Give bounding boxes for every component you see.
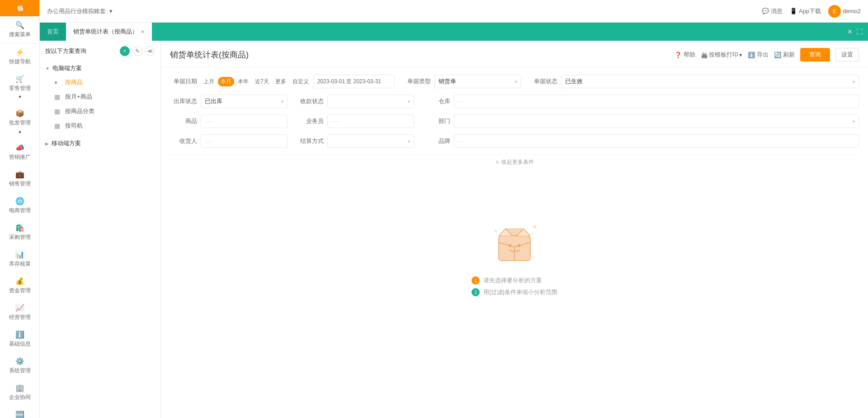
salesperson-label: 业务员: [297, 117, 324, 125]
filter-item-by-printer[interactable]: ▦ 按司机: [40, 119, 160, 133]
sidebar-item-search[interactable]: 🔍 搜索菜单: [0, 16, 39, 43]
doc-status-input[interactable]: 已生效 ▾: [561, 75, 859, 88]
filter-section-mobile: ▶ 移动端方案: [40, 135, 160, 152]
field-warehouse: 仓库 ···: [423, 95, 859, 108]
user-name: demo2: [843, 8, 861, 14]
warehouse-input[interactable]: ···: [454, 95, 859, 108]
tab-sales-stats[interactable]: 销货单统计表（按商品） ✕: [66, 23, 152, 41]
top-header: 办公用品行业模拟账套 ▾ 💬 消息 📱 App下载 E demo2: [40, 0, 868, 23]
sidebar-item-purchase[interactable]: 🛍️ 采购管理: [0, 219, 39, 246]
settlement-label: 结算方式: [297, 137, 324, 145]
sidebar-item-wholesale[interactable]: 📦 批发管理 ▴: [0, 104, 39, 139]
sidebar-item-retail[interactable]: 🛒 零售管理 ▾: [0, 70, 39, 104]
user-menu[interactable]: E demo2: [828, 5, 861, 18]
sidebar-item-ecommerce[interactable]: 🌐 电商管理: [0, 192, 39, 219]
finance-icon: 💰: [15, 277, 24, 285]
doc-status-value: 已生效: [565, 77, 583, 86]
sidebar-item-enterprise[interactable]: 🏢 企业协同: [0, 379, 39, 406]
help-button[interactable]: ❓ 帮助: [675, 51, 695, 59]
tab-home-label: 首页: [47, 28, 59, 36]
query-button[interactable]: 查询: [800, 48, 830, 62]
message-button[interactable]: 💬 消息: [762, 7, 783, 15]
svg-point-8: [533, 225, 537, 228]
sidebar-inventory-label: 库存核算: [9, 260, 31, 268]
filter-row-3: 商品 ··· 业务员 ··· 部门: [170, 114, 859, 128]
date-range-input[interactable]: 2023-03-01 至 2023-03-31: [313, 75, 395, 88]
refresh-button[interactable]: 🔄 刷新: [774, 51, 795, 59]
date-btn-this-year[interactable]: 本年: [235, 77, 251, 86]
content-wrapper: 按以下方案查询 + ✎ ≪ ▼ 电脑端方案 ● 按商品 ▦ 按月: [40, 41, 868, 418]
department-dropdown-icon: ▾: [853, 119, 855, 124]
filter-header-title: 按以下方案查询: [45, 47, 86, 55]
section-arrow-icon: ▼: [45, 66, 50, 71]
logo[interactable]: 畅: [0, 0, 39, 16]
add-scheme-button[interactable]: +: [120, 46, 130, 56]
sidebar-item-operations[interactable]: 📈 经营管理: [0, 299, 39, 326]
filter-item-printer-label: 按司机: [65, 122, 83, 130]
product-input[interactable]: ···: [201, 114, 288, 128]
print-button[interactable]: 🖨️ 按模板打印 ▾: [701, 51, 742, 59]
doc-type-dropdown-icon: ▾: [515, 79, 517, 84]
settings-button[interactable]: 设置: [835, 48, 859, 62]
page-title-bar: 销货单统计表(按商品) ❓ 帮助 🖨️ 按模板打印 ▾ ⬇️ 导出: [161, 41, 868, 67]
sidebar-item-basic[interactable]: ℹ️ 基础信息: [0, 326, 39, 352]
date-btn-custom[interactable]: 自定义: [290, 77, 311, 86]
date-btn-more[interactable]: 更多: [273, 77, 289, 86]
payment-status-input[interactable]: ▾: [327, 95, 414, 108]
edit-scheme-button[interactable]: ✎: [132, 46, 142, 56]
close-window-icon[interactable]: ✕: [847, 28, 853, 35]
salesperson-input[interactable]: ···: [327, 114, 414, 128]
sidebar-sales-label: 销售管理: [9, 180, 31, 188]
doc-type-input[interactable]: 销货单 ▾: [434, 75, 521, 88]
date-label: 单据日期: [170, 77, 197, 86]
export-button[interactable]: ⬇️ 导出: [748, 51, 769, 59]
main-area: 办公用品行业模拟账套 ▾ 💬 消息 📱 App下载 E demo2: [40, 0, 868, 418]
svg-point-7: [532, 233, 533, 234]
sidebar-item-guide[interactable]: 🆕 新手引导: [0, 406, 39, 418]
date-btn-last-month[interactable]: 上月: [201, 77, 217, 86]
out-status-dropdown-icon: ▾: [281, 99, 283, 104]
filter-section-pc-header[interactable]: ▼ 电脑端方案: [40, 62, 160, 75]
filter-item-by-month-product[interactable]: ▦ 按月+商品: [40, 90, 160, 104]
sidebar-item-finance[interactable]: 💰 资金管理: [0, 272, 39, 299]
sidebar-finance-label: 资金管理: [9, 287, 31, 294]
filter-section-mobile-header[interactable]: ▶ 移动端方案: [40, 137, 160, 150]
date-btn-7days[interactable]: 近7天: [252, 77, 272, 86]
payment-status-dropdown-icon: ▾: [408, 99, 410, 104]
collapse-sidebar-button[interactable]: ≪: [145, 46, 155, 56]
settlement-input[interactable]: ▾: [327, 134, 414, 148]
sales-icon: 💼: [15, 170, 24, 179]
collapse-conditions-button[interactable]: ∧ 收起更多条件: [170, 154, 859, 170]
recipient-placeholder: ···: [205, 138, 212, 145]
help-icon: ❓: [675, 52, 682, 58]
header-right: 💬 消息 📱 App下载 E demo2: [762, 5, 861, 18]
inventory-icon: 📊: [15, 250, 24, 259]
field-product: 商品 ···: [170, 114, 288, 128]
tab-close-icon[interactable]: ✕: [141, 29, 145, 35]
department-input[interactable]: ▾: [454, 114, 859, 128]
mobile-section-arrow-icon: ▶: [45, 141, 49, 146]
recipient-input[interactable]: ···: [201, 134, 288, 148]
maximize-icon[interactable]: ⛶: [856, 28, 863, 35]
brand-input[interactable]: ···: [454, 134, 859, 148]
sidebar-item-inventory[interactable]: 📊 库存核算: [0, 246, 39, 272]
filter-item-by-category[interactable]: ▦ 按商品分类: [40, 104, 160, 119]
settlement-dropdown-icon: ▾: [408, 139, 410, 144]
filter-section-mobile-title: 移动端方案: [52, 139, 81, 147]
date-btn-this-month[interactable]: 本月: [218, 77, 234, 86]
sidebar-item-quicknav[interactable]: ⚡ 快捷导航: [0, 43, 39, 70]
header-dropdown[interactable]: ▾: [109, 8, 113, 14]
out-status-input[interactable]: 已出库 ▾: [201, 95, 288, 108]
filter-form: 单据日期 上月 本月 本年 近7天 更多 自定义 2023-: [161, 67, 868, 177]
warehouse-placeholder: ···: [458, 98, 466, 105]
message-icon: 💬: [762, 8, 769, 14]
sidebar-item-sales[interactable]: 💼 销售管理: [0, 166, 39, 192]
sidebar-item-marketing[interactable]: 📣 营销推广: [0, 139, 39, 166]
field-brand: 品牌 ···: [423, 134, 859, 148]
tab-home[interactable]: 首页: [40, 23, 66, 41]
main-panel: 销货单统计表(按商品) ❓ 帮助 🖨️ 按模板打印 ▾ ⬇️ 导出: [161, 41, 868, 418]
filter-item-by-product[interactable]: ● 按商品: [40, 75, 160, 90]
app-download-button[interactable]: 📱 App下载: [790, 7, 821, 15]
sidebar-item-system[interactable]: ⚙️ 系统管理: [0, 352, 39, 379]
sidebar-marketing-label: 营销推广: [9, 153, 31, 161]
